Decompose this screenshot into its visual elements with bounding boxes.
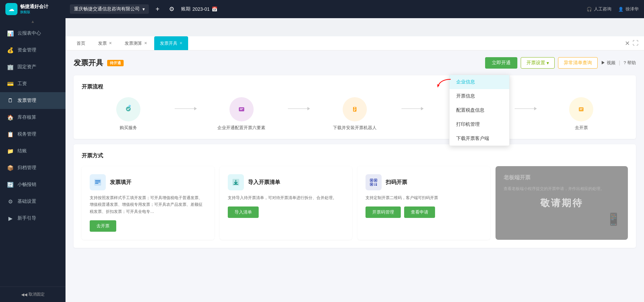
sidebar-scroll-up[interactable]: ▲ xyxy=(31,19,35,24)
sidebar-item-label-salary: 工资 xyxy=(17,81,27,87)
import-list-button[interactable]: 导入清单 xyxy=(228,206,259,218)
settlement-icon: 📁 xyxy=(7,147,14,155)
flow-step-icon-2 xyxy=(229,97,254,121)
tab-invoice-open[interactable]: 发票开具 ✕ xyxy=(154,36,188,50)
sidebar-item-label-fund: 资金管理 xyxy=(17,47,36,53)
activate-button[interactable]: 立即开通 xyxy=(485,57,517,69)
user-icon: 👤 xyxy=(618,7,624,12)
scan-code-manage-button[interactable]: 开票码管理 xyxy=(366,206,401,218)
tab-invoice-open-close[interactable]: ✕ xyxy=(179,41,182,45)
sidebar-item-tax[interactable]: 📋 税务管理 xyxy=(0,126,66,143)
consult-action[interactable]: 🎧 人工咨询 xyxy=(587,6,611,12)
method-fill-desc: 支持按照发票样式手工填开发票；可开具增值税电子普通发票、增值税普通发票、增值税专… xyxy=(90,194,206,215)
tab-home[interactable]: 首页 xyxy=(71,36,91,50)
help-icon: ? xyxy=(624,60,627,65)
calendar-icon: 📅 xyxy=(212,6,217,12)
svg-rect-12 xyxy=(354,110,355,111)
help-button[interactable]: ? 帮助 xyxy=(624,60,636,66)
page-title-area: 发票开具 待开通 立即开通 开票设置 ▾ 异常清单查询 ▶ 视频 | ? 帮助 xyxy=(74,57,636,69)
sidebar-item-label-guide: 新手引导 xyxy=(17,215,36,221)
video-button[interactable]: ▶ 视频 xyxy=(601,60,615,66)
sidebar-item-cloud-report[interactable]: 📊 云报表中心 xyxy=(0,25,66,42)
svg-rect-25 xyxy=(95,182,100,182)
tab-actions: ✕ ⛶ xyxy=(625,40,639,47)
sidebar-item-label-settlement: 结账 xyxy=(17,148,27,154)
flow-step-label-3: 下载并安装开票机器人 xyxy=(333,125,377,131)
inventory-icon: 🏠 xyxy=(7,114,14,121)
settings-button-main[interactable]: 开票设置 ▾ xyxy=(521,57,555,69)
sidebar-item-report[interactable]: 🔄 小畅报销 xyxy=(0,176,66,193)
sidebar-item-archive[interactable]: 📦 归档管理 xyxy=(0,159,66,176)
sidebar-item-guide[interactable]: ▶ 新手引导 xyxy=(0,210,66,227)
tab-invoice-close[interactable]: ✕ xyxy=(109,41,112,45)
logo-text-area: 畅捷通好会计 旗舰版 xyxy=(20,4,48,14)
dropdown-item-tax-config[interactable]: 配置税盘信息 xyxy=(449,103,509,117)
svg-rect-32 xyxy=(375,180,376,181)
cancel-fixed-btn[interactable]: ◀◀ 取消固定 xyxy=(0,290,66,299)
methods-title: 开票方式 xyxy=(82,152,628,159)
user-action[interactable]: 👤 徐泽华 xyxy=(618,6,639,12)
method-cards: 发票填开 支持按照发票样式手工填开发票；可开具增值税电子普通发票、增值税普通发票… xyxy=(82,166,628,240)
sidebar-item-fund[interactable]: 💰 资金管理 xyxy=(0,42,66,59)
sidebar-item-inventory[interactable]: 🏠 库存核算 xyxy=(0,109,66,126)
svg-rect-5 xyxy=(239,107,244,111)
page-title: 发票开具 待开通 xyxy=(74,58,124,68)
sidebar-item-label-invoice: 发票管理 xyxy=(17,98,36,104)
dropdown-item-download-client[interactable]: 下载开票客户端 xyxy=(449,131,509,146)
period-label: 账期 xyxy=(181,6,190,12)
cloud-report-icon: 📊 xyxy=(7,30,14,37)
dropdown-item-invoice-info[interactable]: 开票信息 xyxy=(449,89,509,103)
flow-connector-4 xyxy=(515,108,535,109)
flow-section: 开票流程 购买服务 企业开通配置开票六要素 xyxy=(74,75,636,139)
fill-invoice-button[interactable]: 去开票 xyxy=(90,220,116,232)
dropdown-menu: 企业信息 开票信息 配置税盘信息 打印机管理 下载开票客户端 xyxy=(449,75,510,146)
pin-icon: ◀◀ xyxy=(21,292,27,297)
tab-invoice[interactable]: 发票 ✕ xyxy=(92,36,118,50)
consult-label: 人工咨询 xyxy=(594,6,611,12)
company-selector[interactable]: 重庆畅捷交通信息咨询有限公司 xyxy=(70,4,149,14)
tab-invoice-test-close[interactable]: ✕ xyxy=(144,41,147,45)
tab-invoice-label: 发票 xyxy=(98,40,107,46)
tab-home-label: 首页 xyxy=(77,40,85,46)
red-arrow-indicator xyxy=(436,78,453,88)
settings-button[interactable]: ⚙ xyxy=(166,4,177,14)
sidebar-item-salary[interactable]: 💳 工资 xyxy=(0,75,66,92)
dropdown-item-company-info[interactable]: 企业信息 xyxy=(449,75,509,89)
invoice-icon: 🗒 xyxy=(7,97,14,104)
fund-icon: 💰 xyxy=(7,46,14,54)
flow-step-icon-1 xyxy=(116,97,140,121)
method-import-header: 导入开票清单 xyxy=(228,174,344,190)
tab-expand-button[interactable]: ⛶ xyxy=(633,40,639,47)
logo-area: ☁ 畅捷通好会计 旗舰版 xyxy=(5,3,66,15)
exception-button[interactable]: 异常清单查询 xyxy=(558,57,598,69)
tax-icon: 📋 xyxy=(7,130,14,138)
sidebar-item-settings[interactable]: ⚙ 基础设置 xyxy=(0,193,66,210)
method-scan-desc: 支持定制开票二维码，客户端可扫码开票 xyxy=(366,194,482,201)
sidebar-item-settlement[interactable]: 📁 结账 xyxy=(0,143,66,159)
main-area: 首页 发票 ✕ 发票测算 ✕ 发票开具 ✕ ✕ ⛶ 发票开具 待开通 立即开通 xyxy=(66,36,644,302)
settings-btn-label: 开票设置 xyxy=(526,60,545,66)
view-apply-button[interactable]: 查看申请 xyxy=(404,206,435,218)
tab-bar: 首页 发票 ✕ 发票测算 ✕ 发票开具 ✕ ✕ ⛶ xyxy=(66,36,644,50)
tab-invoice-test[interactable]: 发票测算 ✕ xyxy=(119,36,153,50)
page-content: 发票开具 待开通 立即开通 开票设置 ▾ 异常清单查询 ▶ 视频 | ? 帮助 xyxy=(66,50,644,302)
method-fill-header: 发票填开 xyxy=(90,174,206,190)
methods-section: 开票方式 发票填开 支持按照发票样式手工填开发票；可开具增值税电子普通发票、增值… xyxy=(74,144,636,248)
tab-close-button[interactable]: ✕ xyxy=(625,40,630,47)
svg-rect-20 xyxy=(579,107,584,111)
method-import-icon xyxy=(228,174,244,190)
svg-rect-11 xyxy=(354,109,356,110)
flow-step-1: 购买服务 xyxy=(82,97,175,131)
video-label: 视频 xyxy=(607,60,615,65)
boss-overlay: 敬请期待 xyxy=(496,166,628,240)
add-button[interactable]: + xyxy=(153,4,162,14)
sidebar-item-fixed-assets[interactable]: 🏢 固定资产 xyxy=(0,59,66,75)
method-scan-icon xyxy=(366,174,382,190)
sidebar-item-invoice[interactable]: 🗒 发票管理 xyxy=(0,92,66,109)
headset-icon: 🎧 xyxy=(587,7,592,12)
sidebar-item-label-archive: 归档管理 xyxy=(17,165,36,171)
dropdown-item-printer[interactable]: 打印机管理 xyxy=(449,117,509,131)
salary-icon: 💳 xyxy=(7,80,14,87)
sidebar-item-label-fixed: 固定资产 xyxy=(17,64,36,70)
sidebar-bottom: ◀◀ 取消固定 xyxy=(0,287,66,302)
